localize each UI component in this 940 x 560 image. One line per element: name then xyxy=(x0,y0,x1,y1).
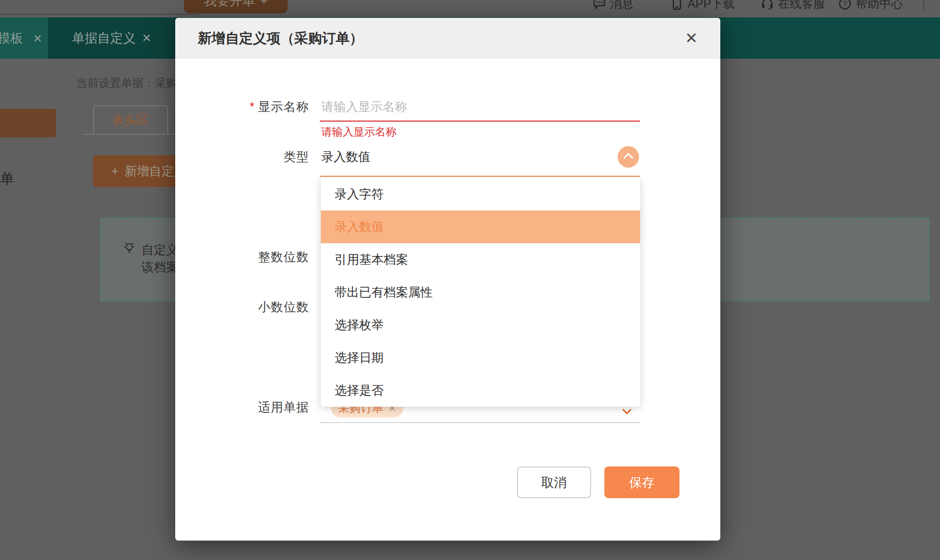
chevron-down-icon[interactable] xyxy=(622,408,632,417)
type-label: 类型 xyxy=(175,150,309,164)
chevron-up-icon xyxy=(623,152,634,161)
topbar-item-messages[interactable]: 消息 xyxy=(593,0,633,14)
app-download-icon xyxy=(670,0,684,10)
create-order-button[interactable]: 我要开单 + xyxy=(184,0,288,13)
online-support-icon xyxy=(761,0,774,10)
topbar-divider xyxy=(923,0,924,11)
clipped-side-text: 单 xyxy=(0,169,14,189)
tab-label: 单据自定义 xyxy=(72,30,136,46)
topbar-item-label: 在线客服 xyxy=(778,0,825,12)
display-name-label: *显示名称 xyxy=(175,100,309,114)
dropdown-option-input-text[interactable]: 录入字符 xyxy=(321,178,640,211)
screen: 我要开单 + 消息 APP下载 在线客服 ? 帮助中心 xyxy=(0,0,940,560)
lightbulb-icon xyxy=(122,240,137,258)
type-underline xyxy=(320,176,640,177)
topbar-item-label: 消息 xyxy=(610,0,633,12)
section-tab-underline xyxy=(83,134,185,135)
tip-text-line2: 该档案 xyxy=(142,259,178,275)
tab-template[interactable]: 模板 ✕ xyxy=(0,17,48,59)
left-orange-button[interactable] xyxy=(0,109,56,137)
tab-close-icon[interactable]: ✕ xyxy=(142,32,151,45)
type-select-value[interactable]: 录入数值 xyxy=(321,150,370,164)
dropdown-option-bring-attr[interactable]: 带出已有档案属性 xyxy=(321,276,640,309)
display-name-error: 请输入显示名称 xyxy=(321,125,396,138)
toolbar-divider-line xyxy=(0,14,198,15)
topbar-item-label: 帮助中心 xyxy=(856,0,903,12)
create-order-label: 我要开单 xyxy=(204,0,255,9)
close-icon[interactable]: ✕ xyxy=(685,30,698,46)
save-button[interactable]: 保存 xyxy=(604,466,679,498)
required-asterisk: * xyxy=(250,100,255,113)
svg-text:?: ? xyxy=(843,0,847,8)
apply-docs-underline xyxy=(320,422,640,423)
tab-doc-customization[interactable]: 单据自定义 ✕ xyxy=(48,17,175,59)
dropdown-option-date[interactable]: 选择日期 xyxy=(321,341,640,374)
topbar-item-help-center[interactable]: ? 帮助中心 xyxy=(838,0,903,14)
tab-label: 模板 xyxy=(0,31,23,45)
plus-icon: + xyxy=(111,164,119,178)
topbar-item-online-support[interactable]: 在线客服 xyxy=(761,0,825,14)
cancel-button[interactable]: 取消 xyxy=(517,466,591,498)
tab-header-area[interactable]: 表头区 xyxy=(93,105,168,134)
dropdown-option-boolean[interactable]: 选择是否 xyxy=(321,374,640,407)
tab-close-icon[interactable]: ✕ xyxy=(33,32,42,45)
apply-docs-label: 适用单据 xyxy=(175,400,309,414)
integer-digits-label: 整数位数 xyxy=(175,250,309,264)
plus-icon: + xyxy=(260,0,268,8)
message-icon xyxy=(593,0,606,10)
dropdown-option-enum[interactable]: 选择枚举 xyxy=(321,309,640,341)
dropdown-option-ref-archive[interactable]: 引用基本档案 xyxy=(321,243,640,276)
topbar-item-label: APP下载 xyxy=(688,0,735,12)
display-name-input[interactable]: 请输入显示名称 xyxy=(321,100,407,114)
add-custom-item-dialog: 新增自定义项（采购订单） ✕ *显示名称 请输入显示名称 请输入显示名称 类型 … xyxy=(175,18,720,541)
dropdown-option-input-number[interactable]: 录入数值 xyxy=(321,211,640,243)
decimal-digits-label: 小数位数 xyxy=(175,300,309,314)
dialog-title: 新增自定义项（采购订单） xyxy=(198,18,363,59)
top-toolbar: 我要开单 + 消息 APP下载 在线客服 ? 帮助中心 xyxy=(0,0,940,17)
tip-text-line1: 自定义 xyxy=(142,242,178,258)
display-name-underline xyxy=(320,121,640,122)
type-dropdown-toggle[interactable] xyxy=(618,146,639,168)
type-dropdown-menu: 录入字符 录入数值 引用基本档案 带出已有档案属性 选择枚举 选择日期 选择是否 xyxy=(321,178,640,407)
topbar-item-app-download[interactable]: APP下载 xyxy=(670,0,735,14)
dialog-header: 新增自定义项（采购订单） ✕ xyxy=(175,18,720,59)
help-center-icon: ? xyxy=(838,0,852,10)
